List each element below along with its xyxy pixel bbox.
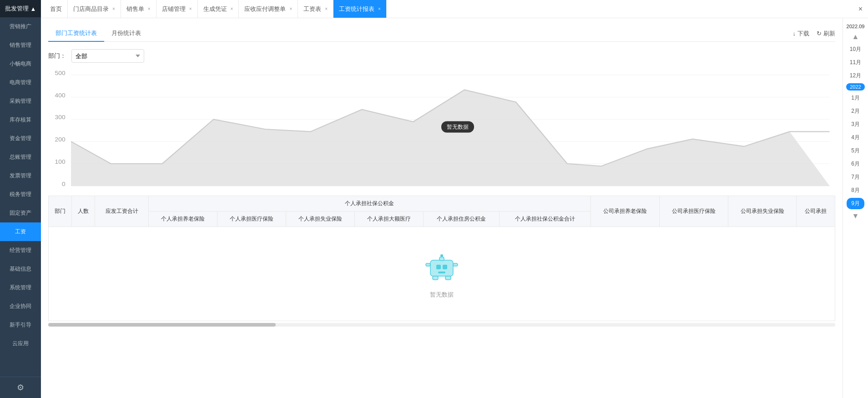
timeline-month-10[interactable]: 10月 xyxy=(843,43,868,56)
timeline-down-nav[interactable]: ▼ xyxy=(850,210,861,222)
table-header-personal-total: 个人承担社保公积金合计 xyxy=(500,212,591,227)
sub-tab-dept[interactable]: 部门工资统计表 xyxy=(48,25,104,42)
timeline-panel: 2022.09 ▲ 10月 11月 12月 2022 1月 2月 3月 4月 5… xyxy=(843,18,868,398)
sidebar-item-ecommerce[interactable]: 电商管理 xyxy=(0,73,41,92)
sidebar-item-ledger[interactable]: 总账管理 xyxy=(0,148,41,166)
tab-generate-voucher[interactable]: 生成凭证 × xyxy=(198,0,239,18)
content-area: 部门工资统计表 月份统计表 ↓ 下载 ↻ 刷新 xyxy=(41,18,868,398)
table-header-personal-pension: 个人承担养老保险 xyxy=(149,212,217,227)
sub-tabs: 部门工资统计表 月份统计表 ↓ 下载 ↻ 刷新 xyxy=(48,25,835,42)
tab-ar-ap-adjustment[interactable]: 应收应付调整单 × xyxy=(239,0,298,18)
timeline-month-4[interactable]: 4月 xyxy=(843,131,868,144)
tab-close-ar-ap[interactable]: × xyxy=(289,6,292,11)
sidebar: 批发管理 ▲ 营销推广 销售管理 小畅电商 电商管理 采购管理 库存核算 资金管… xyxy=(0,0,41,398)
sidebar-item-sales[interactable]: 销售管理 xyxy=(0,36,41,55)
dept-select[interactable]: 全部 xyxy=(71,49,144,63)
sidebar-item-system[interactable]: 系统管理 xyxy=(0,278,41,297)
table-header-personal-major-medical: 个人承担大额医疗 xyxy=(354,212,423,227)
tab-close-payroll-report[interactable]: × xyxy=(378,6,381,11)
timeline-month-7[interactable]: 7月 xyxy=(843,171,868,184)
svg-rect-19 xyxy=(426,263,430,266)
svg-rect-21 xyxy=(433,276,438,280)
svg-rect-15 xyxy=(443,265,447,269)
svg-text:400: 400 xyxy=(55,92,66,98)
sidebar-item-operations[interactable]: 经营管理 xyxy=(0,241,41,260)
timeline-month-8[interactable]: 8月 xyxy=(843,184,868,197)
svg-rect-17 xyxy=(439,257,444,261)
table-header-company-other: 公司承担 xyxy=(797,196,835,227)
table-header-company-unemployment: 公司承担失业保险 xyxy=(728,196,797,227)
timeline-month-3[interactable]: 3月 xyxy=(843,118,868,131)
refresh-icon: ↻ xyxy=(817,30,822,37)
timeline-month-2[interactable]: 2月 xyxy=(843,105,868,118)
timeline-month-5[interactable]: 5月 xyxy=(843,144,868,157)
timeline-up-nav[interactable]: ▲ xyxy=(850,31,861,43)
table-header-company-medical: 公司承担医疗保险 xyxy=(659,196,728,227)
sidebar-item-tax[interactable]: 税务管理 xyxy=(0,185,41,204)
close-all-tabs-button[interactable]: × xyxy=(857,3,864,15)
table-header-total-wage: 应发工资合计 xyxy=(95,196,149,227)
table-header-personal-medical: 个人承担医疗保险 xyxy=(217,212,286,227)
svg-rect-13 xyxy=(430,260,453,276)
sidebar-item-basic-info[interactable]: 基础信息 xyxy=(0,260,41,278)
timeline-month-9[interactable]: 9月 xyxy=(847,198,864,209)
tab-close-payroll[interactable]: × xyxy=(325,6,328,11)
timeline-month-12[interactable]: 12月 xyxy=(843,69,868,82)
tab-home[interactable]: 首页 xyxy=(45,0,68,18)
sidebar-item-assets[interactable]: 固定资产 xyxy=(0,204,41,222)
table-header-personal-unemployment: 个人承担失业保险 xyxy=(286,212,354,227)
svg-rect-20 xyxy=(453,263,458,266)
dept-label: 部门： xyxy=(48,52,66,60)
sidebar-item-ecommerce-small[interactable]: 小畅电商 xyxy=(0,55,41,73)
tab-product-catalog[interactable]: 门店商品目录 × xyxy=(68,0,121,18)
sidebar-item-inventory[interactable]: 库存核算 xyxy=(0,111,41,129)
timeline-month-11[interactable]: 11月 xyxy=(843,56,868,69)
sidebar-item-purchase[interactable]: 采购管理 xyxy=(0,92,41,111)
svg-rect-14 xyxy=(436,265,441,269)
page-content: 部门工资统计表 月份统计表 ↓ 下载 ↻ 刷新 xyxy=(41,18,843,398)
sub-tab-monthly[interactable]: 月份统计表 xyxy=(104,25,148,42)
scrollbar-thumb[interactable] xyxy=(48,323,276,327)
sidebar-item-cloud[interactable]: 云应用 xyxy=(0,334,41,353)
timeline-month-1[interactable]: 1月 xyxy=(843,91,868,105)
timeline-year-display: 2022.09 xyxy=(846,22,866,31)
sidebar-item-payroll[interactable]: 工资 xyxy=(0,222,41,241)
tab-payroll[interactable]: 工资表 × xyxy=(298,0,333,18)
refresh-button[interactable]: ↻ 刷新 xyxy=(817,30,835,38)
download-icon: ↓ xyxy=(793,30,796,37)
horizontal-scrollbar[interactable] xyxy=(48,323,835,327)
tab-close-voucher[interactable]: × xyxy=(231,6,233,11)
sidebar-item-marketing[interactable]: 营销推广 xyxy=(0,17,41,36)
svg-text:0: 0 xyxy=(62,181,66,187)
svg-text:100: 100 xyxy=(55,159,66,165)
sidebar-item-collab[interactable]: 企业协同 xyxy=(0,297,41,316)
tab-sales-order[interactable]: 销售单 × xyxy=(121,0,156,18)
table-header-company-pension: 公司承担养老保险 xyxy=(590,196,659,227)
timeline-month-6[interactable]: 6月 xyxy=(843,157,868,171)
svg-text:300: 300 xyxy=(55,114,66,121)
svg-text:200: 200 xyxy=(55,136,66,143)
tabs-bar: 首页 门店商品目录 × 销售单 × 店铺管理 × 生成凭证 × 应收应付调整单 … xyxy=(41,0,868,18)
svg-rect-16 xyxy=(438,272,445,273)
tab-store-management[interactable]: 店铺管理 × xyxy=(156,0,198,18)
table-empty-state: 暂无数据 xyxy=(49,227,835,321)
sidebar-item-finance[interactable]: 资金管理 xyxy=(0,129,41,148)
sidebar-item-invoice[interactable]: 发票管理 xyxy=(0,166,41,185)
sidebar-toggle-icon: ▲ xyxy=(30,5,36,12)
sidebar-item-guide[interactable]: 新手引导 xyxy=(0,316,41,334)
download-button[interactable]: ↓ 下载 xyxy=(793,30,810,38)
table-header-dept: 部门 xyxy=(49,196,72,227)
table-header-count: 人数 xyxy=(72,196,95,227)
tab-close-store[interactable]: × xyxy=(189,6,192,11)
settings-icon[interactable]: ⚙ xyxy=(0,377,41,398)
sidebar-title: 批发管理 xyxy=(5,5,29,13)
chart-tooltip: 暂无数据 xyxy=(441,121,474,132)
timeline-year-badge[interactable]: 2022 xyxy=(846,83,864,91)
tab-payroll-report[interactable]: 工资统计报表 × xyxy=(333,0,387,18)
tab-close-sales-order[interactable]: × xyxy=(148,6,151,11)
empty-state-icon xyxy=(424,249,460,285)
table-header-personal-housing: 个人承担住房公积金 xyxy=(423,212,500,227)
svg-point-18 xyxy=(440,254,443,257)
tab-close-product-catalog[interactable]: × xyxy=(112,6,115,11)
sidebar-header[interactable]: 批发管理 ▲ xyxy=(0,0,41,17)
